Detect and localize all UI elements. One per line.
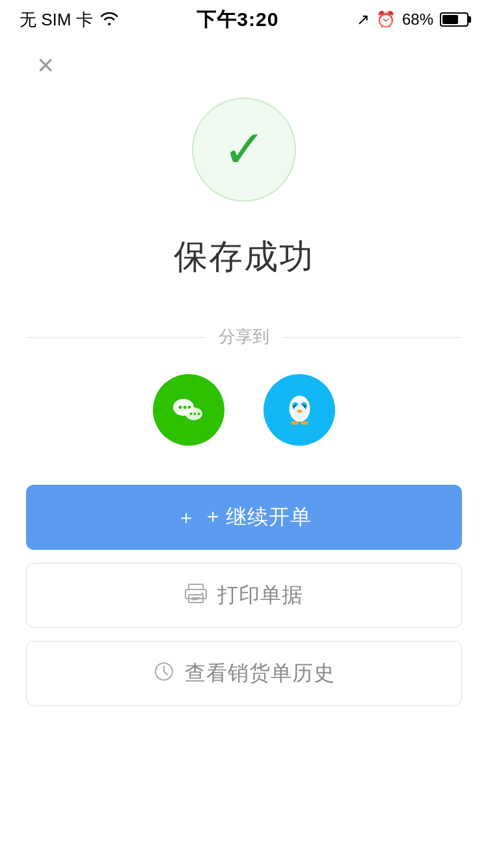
continue-button[interactable]: ＋ + 继续开单 <box>26 485 462 550</box>
history-button[interactable]: 查看销货单历史 <box>26 641 462 706</box>
print-button[interactable]: 打印单据 <box>26 563 462 628</box>
continue-label: + 继续开单 <box>207 503 312 532</box>
svg-point-23 <box>202 592 204 594</box>
svg-point-15 <box>301 421 308 425</box>
share-divider: 分享到 <box>0 325 488 348</box>
share-icons <box>153 374 335 446</box>
location-icon: ↗ <box>357 10 370 29</box>
svg-point-5 <box>189 413 192 415</box>
checkmark-icon: ✓ <box>223 124 266 176</box>
svg-point-7 <box>197 413 200 415</box>
status-right: ↗ ⏰ 68% <box>357 10 468 29</box>
svg-point-17 <box>297 409 302 413</box>
no-sim-label: 无 SIM 卡 <box>20 8 93 31</box>
status-time: 下午3:20 <box>197 7 278 33</box>
battery-percent: 68% <box>402 10 433 29</box>
success-circle: ✓ <box>192 98 296 202</box>
svg-rect-18 <box>189 584 203 590</box>
main-content: ✓ 保存成功 分享到 <box>0 39 488 706</box>
status-left: 无 SIM 卡 <box>20 8 119 31</box>
wifi-icon <box>100 10 119 30</box>
share-label: 分享到 <box>206 325 282 348</box>
svg-rect-21 <box>191 597 200 599</box>
svg-rect-22 <box>191 599 198 601</box>
svg-point-2 <box>183 405 186 409</box>
alarm-icon: ⏰ <box>376 10 396 29</box>
qq-share-button[interactable] <box>264 374 335 446</box>
print-icon <box>185 584 207 608</box>
svg-point-6 <box>193 413 196 415</box>
plus-icon: ＋ <box>176 504 197 531</box>
status-bar: 无 SIM 卡 下午3:20 ↗ ⏰ 68% <box>0 0 488 39</box>
history-label: 查看销货单历史 <box>185 659 335 688</box>
wechat-share-button[interactable] <box>153 374 224 446</box>
svg-point-1 <box>178 405 182 409</box>
close-icon: × <box>37 51 54 79</box>
close-button[interactable]: × <box>26 46 65 85</box>
buttons-section: ＋ + 继续开单 打印单据 <box>0 485 488 706</box>
print-label: 打印单据 <box>217 581 303 610</box>
success-title: 保存成功 <box>174 234 314 280</box>
battery-icon <box>440 12 468 27</box>
history-icon <box>154 661 174 686</box>
svg-point-14 <box>291 421 299 425</box>
share-section: 分享到 <box>0 325 488 446</box>
